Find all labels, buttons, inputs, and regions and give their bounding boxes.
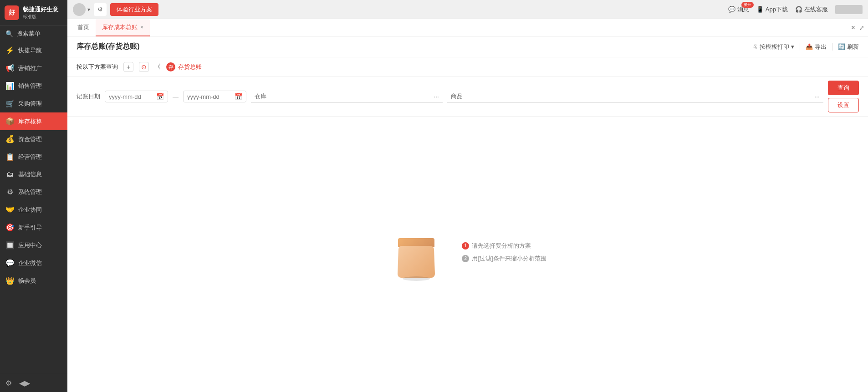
product-input-wrap: 商品 ···	[447, 91, 823, 103]
calendar-to-icon[interactable]: 📅	[235, 93, 242, 100]
sidebar-item-label: 企业微信	[18, 259, 42, 267]
hint-item-2: 2 用[过滤]条件来缩小分析范围	[462, 255, 546, 263]
sidebar-item-label: 畅会员	[18, 277, 36, 285]
sidebar-item-guide[interactable]: 🎯 新手引导	[0, 219, 67, 236]
filter-label: 按以下方案查询	[77, 63, 118, 71]
sidebar-item-marketing[interactable]: 📢 营销推广	[0, 59, 67, 77]
main-content: ▾ ⚙ 体验行业方案 💬 消息 99+ 📱 App下载 🎧 在线客服	[67, 0, 868, 392]
box-shape	[398, 246, 435, 278]
refresh-label: 刷新	[847, 43, 859, 51]
topbar: ▾ ⚙ 体验行业方案 💬 消息 99+ 📱 App下载 🎧 在线客服	[67, 0, 868, 19]
warehouse-more-icon[interactable]: ···	[434, 93, 439, 100]
sidebar-item-wechat[interactable]: 💬 企业微信	[0, 254, 67, 272]
product-input[interactable]	[465, 93, 812, 100]
message-button[interactable]: 💬 消息 99+	[728, 5, 749, 14]
app-download-button[interactable]: 📱 App下载	[756, 5, 788, 14]
sidebar-item-quick-nav[interactable]: ⚡ 快捷导航	[0, 41, 67, 59]
app-title: 畅捷通好生意	[23, 6, 58, 14]
avatar	[73, 3, 86, 16]
topbar-right: 💬 消息 99+ 📱 App下载 🎧 在线客服	[728, 5, 863, 14]
warehouse-label: 仓库	[255, 92, 266, 101]
empty-illustration	[389, 227, 444, 282]
date-from-input[interactable]	[109, 93, 154, 100]
topbar-settings-button[interactable]: ⚙	[94, 3, 107, 16]
print-button[interactable]: 🖨 按模板打印 ▾	[752, 43, 794, 51]
empty-state: 1 请先选择要分析的方案 2 用[过滤]条件来缩小分析范围	[67, 117, 868, 392]
filter-collapse-button[interactable]: 《	[154, 63, 161, 71]
sidebar-bottom: ⚙ ◀▶	[0, 374, 67, 392]
panel-resize-button[interactable]: ⤢	[859, 24, 864, 31]
hint-text-1: 请先选择要分析的方案	[472, 242, 531, 250]
scheme-name: 存货总账	[178, 63, 202, 71]
collapse-icon[interactable]: ◀▶	[19, 379, 30, 387]
search-menu-label: 搜索菜单	[17, 30, 41, 38]
sidebar-item-app-center[interactable]: 🔲 应用中心	[0, 236, 67, 254]
refresh-button[interactable]: 🔄 刷新	[838, 43, 859, 51]
tab-inventory-ledger-label: 库存成本总账	[102, 23, 138, 31]
user-name-display	[835, 5, 863, 14]
settings-bottom-icon[interactable]: ⚙	[5, 379, 12, 387]
sidebar-item-sales[interactable]: 📊 销售管理	[0, 77, 67, 95]
sidebar-item-member[interactable]: 👑 畅会员	[0, 272, 67, 290]
finance-icon: 💰	[5, 135, 15, 143]
page-header: 库存总账(存货总账) 🖨 按模板打印 ▾ 📤 导出 🔄 刷新	[67, 36, 868, 57]
date-to-input-wrap: 📅	[183, 91, 246, 102]
search-menu[interactable]: 🔍 搜索菜单	[0, 26, 67, 41]
tab-panel-right: × ⤢	[851, 24, 864, 32]
set-button[interactable]: 设置	[828, 98, 859, 112]
sidebar-item-basic[interactable]: 🗂 基础信息	[0, 166, 67, 183]
marketing-icon: 📢	[5, 64, 15, 72]
warehouse-input-wrap: 仓库 ···	[251, 91, 443, 103]
logo-icon: 好	[5, 5, 19, 20]
sidebar-item-enterprise[interactable]: 🤝 企业协同	[0, 201, 67, 219]
sidebar-logo: 好 畅捷通好生意 标准版	[0, 0, 67, 26]
box-shadow	[403, 276, 430, 281]
enterprise-icon: 🤝	[5, 205, 15, 214]
divider2	[832, 43, 832, 51]
date-label: 记账日期	[77, 92, 100, 101]
refresh-icon: 🔄	[838, 43, 845, 50]
chevron-down-icon: ▾	[87, 6, 90, 13]
product-label: 商品	[451, 92, 463, 101]
app-download-label: App下载	[766, 5, 788, 14]
filter-area: 按以下方案查询 + ⊙ 《 存 存货总账	[67, 57, 868, 77]
tab-home[interactable]: 首页	[71, 19, 96, 36]
topbar-left: ▾ ⚙ 体验行业方案	[73, 3, 725, 16]
filter-add-button[interactable]: +	[123, 62, 133, 72]
operation-icon: 📋	[5, 153, 15, 161]
page-title: 库存总账(存货总账)	[77, 42, 140, 51]
sidebar-item-label: 快捷导航	[18, 46, 42, 55]
warehouse-input[interactable]	[268, 93, 432, 100]
industry-solution-button[interactable]: 体验行业方案	[110, 3, 158, 16]
panel-close-button[interactable]: ×	[851, 24, 855, 32]
tabs-bar: 首页 库存成本总账 × × ⤢	[67, 19, 868, 36]
hint-item-1: 1 请先选择要分析的方案	[462, 242, 546, 250]
export-button[interactable]: 📤 导出	[806, 43, 827, 51]
scheme-item[interactable]: 存 存货总账	[166, 62, 202, 71]
sidebar-item-label: 销售管理	[18, 82, 42, 90]
page-content: 库存总账(存货总账) 🖨 按模板打印 ▾ 📤 导出 🔄 刷新	[67, 36, 868, 392]
page-header-actions: 🖨 按模板打印 ▾ 📤 导出 🔄 刷新	[752, 43, 859, 51]
tab-inventory-ledger[interactable]: 库存成本总账 ×	[96, 19, 150, 36]
filter-settings-button[interactable]: ⊙	[139, 62, 149, 72]
message-badge: 99+	[741, 2, 754, 8]
tab-close-icon[interactable]: ×	[140, 24, 143, 31]
sidebar-item-inventory[interactable]: 📦 库存核算	[0, 112, 67, 130]
sidebar-item-purchase[interactable]: 🛒 采购管理	[0, 95, 67, 112]
date-to-input[interactable]	[187, 93, 233, 100]
sidebar-item-label: 应用中心	[18, 241, 42, 249]
sidebar-item-label: 经营管理	[18, 153, 42, 161]
sidebar-item-operation[interactable]: 📋 经营管理	[0, 148, 67, 166]
sidebar-item-finance[interactable]: 💰 资金管理	[0, 130, 67, 148]
product-more-icon[interactable]: ···	[814, 93, 820, 100]
calendar-from-icon[interactable]: 📅	[156, 93, 164, 100]
message-icon: 💬	[728, 6, 735, 13]
user-avatar-area[interactable]: ▾	[73, 3, 90, 16]
online-support-button[interactable]: 🎧 在线客服	[795, 5, 828, 14]
sidebar-item-label: 营销推广	[18, 64, 42, 72]
query-button[interactable]: 查询	[828, 81, 859, 95]
app-center-icon: 🔲	[5, 241, 15, 249]
sidebar-item-label: 新手引导	[18, 224, 42, 232]
scheme-icon: 存	[166, 62, 175, 71]
sidebar-item-system[interactable]: ⚙ 系统管理	[0, 183, 67, 201]
